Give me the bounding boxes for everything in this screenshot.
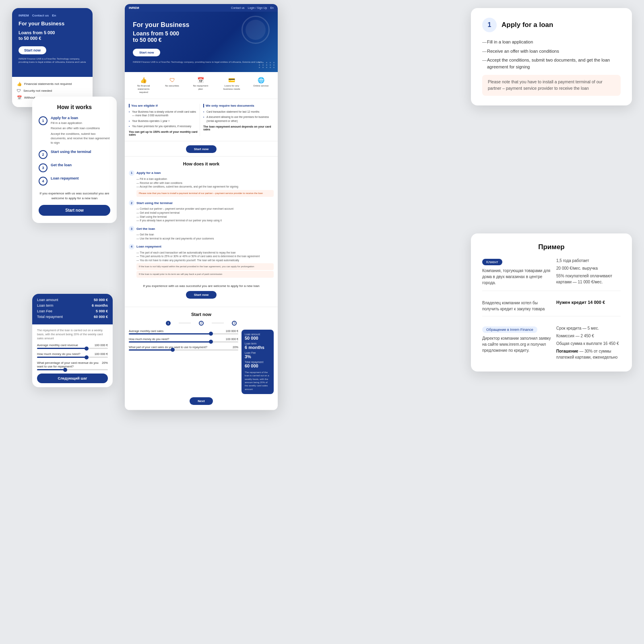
how-step-3-detail: — Get the loan— Use the terminal to acce… — [129, 233, 274, 241]
step-1: 1 Apply for a loan Fill in a loan applic… — [39, 116, 110, 146]
result-term-val: 6 months — [245, 345, 270, 350]
calc-term-label: Loan term — [37, 303, 54, 308]
calc-row-total: Total repayment 60 000 € — [37, 315, 108, 319]
form-thumb-1[interactable] — [209, 332, 213, 336]
step-1-detail-2: Receive an offer with loan conditions — [51, 126, 110, 130]
how-step-1: 1 Apply for a loan — Fill in a loan appl… — [129, 170, 274, 197]
steps-indicator: 1 2 3 — [129, 321, 274, 326]
example-grid: Клиент Компания, торгующая товарами для … — [482, 258, 621, 362]
feature-no-statements: 👍 No financial statements required — [134, 77, 153, 94]
steps-connector-2 — [212, 323, 224, 323]
form-thumb-2[interactable] — [209, 340, 213, 344]
eligibility-col: You are eligible if Your Business has a … — [129, 104, 199, 136]
site-login-link[interactable]: Login / Sign Up — [248, 6, 267, 9]
slider-fill-3 — [37, 369, 65, 370]
client-stats-section: 1,5 года работает 20 000 €/мес. выручка … — [551, 258, 621, 291]
calc-body: The repayment of the loan is carried out… — [32, 324, 113, 387]
how-step-1-header: 1 Apply for a loan — [129, 170, 274, 176]
feature-label-2: No securities — [165, 85, 179, 88]
site-start-button[interactable]: Start now — [133, 49, 160, 56]
appeal-term-2: Комиссия — 2 450 € — [556, 333, 621, 339]
form-slider-2: How much money do you need? 100 000 € — [129, 338, 238, 343]
calc-info-text: The repayment of the loan is carried out… — [37, 328, 108, 340]
main-website: INREM Contact us Login / Sign Up En For … — [125, 4, 278, 410]
form-track-1[interactable] — [129, 333, 238, 334]
elig-item-2: Your Business operates 1 year + — [129, 119, 199, 123]
how-step-1-detail: — Fill in a loan application— Receive an… — [129, 177, 274, 189]
how-section-cta-button[interactable]: Start now — [186, 291, 217, 299]
slider-track-2[interactable] — [37, 357, 108, 358]
how-step-4-note-2: If the loan is repaid prior to its term … — [136, 271, 274, 278]
slider-thumb-3[interactable] — [63, 368, 67, 372]
site-contact-link[interactable]: Contact us — [231, 6, 244, 9]
how-step-2-num: 2 — [129, 200, 134, 206]
feature-no-repayment-plan: 📅 No repayment plan — [191, 77, 210, 94]
step-indicator-2[interactable]: 2 — [199, 321, 204, 326]
how-step-4: 4 Loan repayment — The part of each card… — [129, 244, 274, 278]
how-step-4-num: 4 — [129, 244, 134, 250]
slider-thumb-1[interactable] — [85, 347, 89, 351]
appeal-section: Обращение в Inrem Finance Директор компа… — [482, 321, 551, 362]
how-step-3-label: Get the loan — [136, 227, 155, 231]
mobile-caption: INREM Finance UAB is a FinanTec Technolo… — [19, 58, 86, 64]
elig-bold: You can get up to 150% worth of your mon… — [129, 130, 199, 136]
appeal-badge: Обращение в Inrem Finance — [482, 326, 537, 333]
site-hero-caption: INREM Finance UAB is a FinanTec Technolo… — [133, 60, 270, 64]
form-result-amount: Loan amount 50 000 — [245, 333, 270, 341]
thumbs-icon: 👍 — [17, 82, 22, 86]
start-next-button[interactable]: Next — [190, 397, 213, 405]
apply-detail-list: Fill in a loan application Receive an of… — [482, 39, 621, 70]
step-2-label[interactable]: Start using the terminal — [51, 150, 91, 154]
step-indicator-1[interactable]: 1 — [166, 321, 171, 326]
appeal-term-3: Общая сумма к выплате 16 450 € — [556, 341, 621, 347]
example-panel: Пример Клиент Компания, торгующая товара… — [471, 233, 632, 372]
form-result-panel: Loan amount 50 000 Loan term 6 months Lo… — [242, 330, 274, 394]
calc-fee-value: 5 000 € — [96, 309, 108, 313]
slider-track-1[interactable] — [37, 348, 108, 349]
calendar-icon: 📅 — [17, 95, 22, 100]
next-step-button[interactable]: Следующий шаг — [37, 374, 108, 383]
mobile-card: INREM Contact us En For your Business Lo… — [12, 8, 93, 107]
form-track-3[interactable] — [129, 349, 238, 351]
how-step-2: 2 Start using the terminal — Contact our… — [129, 200, 274, 223]
result-fee-val: 3% — [245, 354, 270, 359]
site-logo: INREM — [129, 6, 139, 10]
step-3-label[interactable]: Get the loan — [51, 163, 72, 167]
how-step-4-header: 4 Loan repayment — [129, 244, 274, 250]
step-indicator-3[interactable]: 3 — [232, 321, 237, 326]
how-section: How does it work 1 Apply for a loan — Fi… — [125, 157, 278, 307]
appeal-terms-section: Срок кредита — 5 мес. Комиссия — 2 450 €… — [551, 321, 621, 362]
slider-group-3: What percentage of your card revenue do … — [37, 361, 108, 370]
hero-circle-decoration — [242, 16, 270, 44]
apply-panel: 1 Apply for a loan Fill in a loan applic… — [471, 8, 632, 105]
site-lang-link[interactable]: En — [270, 6, 274, 9]
how-step-2-header: 2 Start using the terminal — [129, 200, 274, 206]
how-card-cta-text: If you experience with us was successful… — [39, 191, 110, 201]
elig-item-1: Your Business has a steady volume of cre… — [129, 110, 199, 117]
form-track-2[interactable] — [129, 341, 238, 343]
mobile-start-button[interactable]: Start now — [19, 46, 46, 54]
client-wish: Владелец компании хотел бы получить кред… — [482, 300, 551, 312]
result-amount-val: 50 000 — [245, 336, 270, 341]
how-start-button[interactable]: Start now — [39, 205, 110, 216]
form-thumb-3[interactable] — [171, 348, 175, 352]
result-total-val: 60 000 — [245, 363, 270, 368]
form-result-total: Total repayment 60 000 — [245, 361, 270, 368]
slider-thumb-2[interactable] — [85, 355, 89, 359]
feature-online: 🌐 Online service — [253, 77, 268, 94]
example-title: Пример — [482, 243, 621, 251]
step-2-num: 2 — [39, 150, 47, 159]
form-slider-label-3: What part of your card sales do you want… — [129, 346, 238, 349]
slider-track-3[interactable] — [37, 369, 108, 370]
globe-icon: 🌐 — [253, 77, 268, 83]
eligibility-cta-button[interactable]: Start now — [186, 145, 217, 153]
step-2: 2 Start using the terminal — [39, 150, 110, 159]
calc-term-value: 6 months — [92, 303, 108, 308]
calc-row-amount: Loan amount 50 000 € — [37, 298, 108, 302]
docs-item-2: A document allowing to use the premises … — [203, 115, 274, 122]
how-step-3-header: 3 Get the loan — [129, 226, 274, 231]
docs-col: We only require two documents Card trans… — [200, 104, 274, 136]
appeal-term-4: Погашение — 30% от суммы платежей картам… — [556, 348, 621, 360]
step-4-label[interactable]: Loan repayment — [51, 176, 79, 180]
how-step-2-detail: — Contact our partner – payment service … — [129, 207, 274, 223]
